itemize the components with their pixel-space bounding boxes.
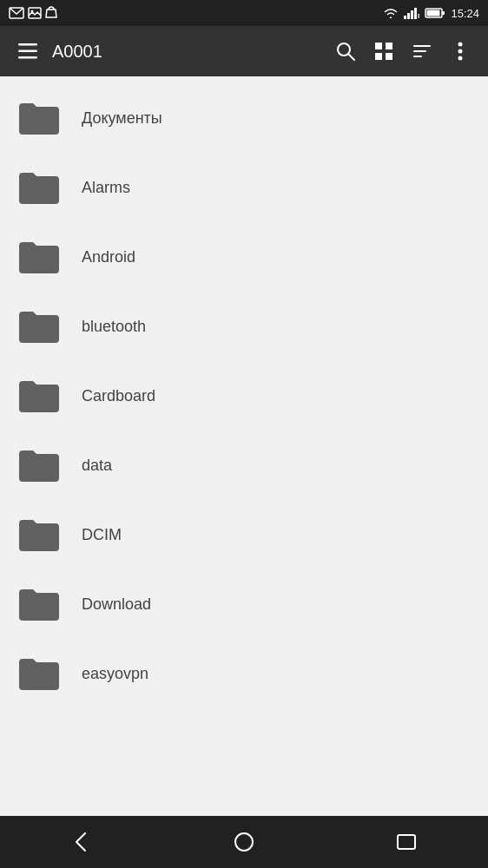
bottom-navigation: [0, 816, 488, 868]
more-icon: [458, 42, 463, 61]
status-bar: R 15:24: [0, 0, 488, 26]
svg-point-24: [458, 49, 463, 54]
status-bar-right: R 15:24: [383, 7, 479, 20]
svg-rect-5: [411, 10, 413, 19]
svg-rect-11: [18, 43, 37, 46]
svg-line-15: [348, 54, 354, 60]
file-name: data: [82, 457, 112, 475]
svg-point-26: [235, 833, 253, 851]
shopping-icon: [45, 6, 57, 20]
toolbar-title: A0001: [52, 42, 328, 62]
toolbar-actions: [328, 34, 478, 69]
folder-icon: [17, 239, 61, 275]
status-time: 15:24: [451, 7, 479, 20]
home-button[interactable]: [218, 816, 270, 868]
svg-rect-4: [407, 13, 410, 19]
grid-icon: [374, 42, 393, 61]
folder-icon: [17, 447, 61, 483]
file-name: easyovpn: [82, 665, 148, 683]
list-item[interactable]: Cardboard: [0, 361, 488, 431]
search-button[interactable]: [328, 34, 363, 69]
image-icon: [28, 7, 42, 19]
search-icon: [336, 42, 355, 61]
svg-rect-12: [18, 50, 37, 53]
list-item[interactable]: Download: [0, 569, 488, 639]
menu-icon[interactable]: [10, 43, 45, 59]
svg-rect-27: [398, 835, 415, 849]
recent-apps-icon: [396, 832, 417, 852]
notification-icons: [9, 6, 57, 20]
recent-apps-button[interactable]: [380, 816, 432, 868]
svg-rect-16: [375, 43, 382, 49]
battery-icon: [425, 7, 445, 19]
hamburger-icon: [18, 43, 37, 59]
list-item[interactable]: easyovpn: [0, 639, 488, 708]
mail-icon: [9, 7, 24, 19]
list-item[interactable]: data: [0, 431, 488, 500]
svg-rect-3: [404, 16, 406, 19]
folder-icon: [17, 586, 61, 622]
file-name: Cardboard: [82, 387, 155, 405]
svg-rect-17: [386, 43, 392, 49]
svg-rect-13: [18, 56, 37, 59]
svg-rect-19: [386, 53, 392, 60]
more-options-button[interactable]: [443, 34, 478, 69]
list-item[interactable]: Документы: [0, 83, 488, 153]
folder-icon: [17, 655, 61, 692]
svg-rect-6: [414, 8, 417, 19]
file-name: Документы: [82, 109, 162, 128]
file-list: Документы Alarms Android bluetooth Cardb: [0, 76, 488, 816]
svg-point-23: [458, 43, 463, 47]
list-item[interactable]: DCIM: [0, 500, 488, 569]
file-name: bluetooth: [82, 318, 146, 336]
svg-rect-10: [427, 10, 440, 16]
svg-text:R: R: [418, 12, 419, 19]
wifi-icon: [383, 7, 399, 19]
folder-icon: [17, 378, 61, 414]
svg-point-25: [458, 56, 463, 61]
list-item[interactable]: bluetooth: [0, 292, 488, 361]
folder-icon: [17, 516, 61, 553]
grid-view-button[interactable]: [366, 34, 401, 69]
sort-button[interactable]: [405, 34, 439, 69]
svg-rect-18: [375, 53, 382, 60]
file-name: DCIM: [82, 526, 122, 544]
file-name: Download: [82, 595, 151, 614]
file-name: Alarms: [82, 179, 130, 197]
back-icon: [70, 831, 93, 853]
sort-icon: [412, 42, 432, 61]
signal-icon: R: [404, 7, 419, 19]
folder-icon: [17, 100, 61, 136]
svg-rect-9: [442, 11, 445, 15]
folder-icon: [17, 169, 61, 206]
toolbar: A0001: [0, 26, 488, 76]
back-button[interactable]: [56, 816, 108, 868]
home-icon: [233, 831, 255, 853]
file-name: Android: [82, 248, 135, 266]
list-item[interactable]: Alarms: [0, 153, 488, 222]
list-item[interactable]: Android: [0, 222, 488, 292]
folder-icon: [17, 308, 61, 345]
